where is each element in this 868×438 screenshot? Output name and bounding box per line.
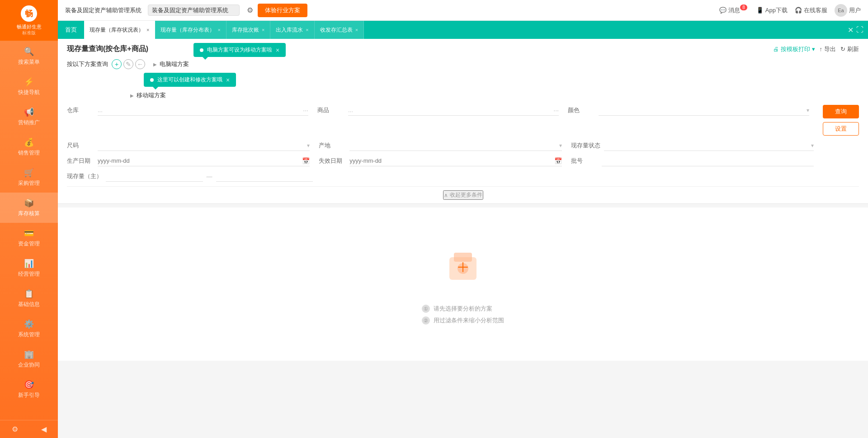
tab-inventory-status-close[interactable]: × [146, 27, 149, 33]
stock-main-to-input[interactable] [216, 171, 313, 181]
warehouse-input[interactable] [98, 105, 308, 115]
system-selector[interactable]: 装备及固定资产辅助管理系统 [148, 5, 240, 16]
goods-input-wrap: ··· [348, 105, 559, 116]
tooltip1-close-btn[interactable]: × [276, 47, 279, 54]
back-scheme-btn[interactable]: ← [135, 59, 145, 69]
message-icon: 💬 [719, 7, 726, 14]
sidebar-item-search-menu[interactable]: 🔍 搜索菜单 [0, 41, 58, 71]
settings-gear-icon[interactable]: ⚙ [247, 6, 253, 14]
scheme-item-mobile[interactable]: ▶ 移动端方案 [130, 90, 859, 100]
sidebar-item-label: 采购管理 [18, 179, 40, 187]
color-select[interactable] [599, 105, 809, 115]
stock-main-from-input[interactable] [106, 171, 203, 181]
refresh-btn[interactable]: ↻ 刷新 [840, 45, 859, 53]
expire-date-calendar-icon[interactable]: 📅 [554, 157, 562, 165]
sidebar-item-sales[interactable]: 💰 销售管理 [0, 132, 58, 162]
online-service-btn[interactable]: 🎧 在线客服 [795, 6, 827, 14]
tab-fullscreen-btn[interactable]: ⛶ [856, 26, 863, 34]
tab-batch-account[interactable]: 库存批次账 × [226, 21, 270, 39]
tooltip2-close-btn[interactable]: × [226, 76, 230, 84]
collapse-btn[interactable]: ◀ [41, 425, 47, 433]
tab-inventory-dist-close[interactable]: × [217, 27, 220, 33]
tab-inventory-status[interactable]: 现存量（库存状况表） × [84, 21, 155, 39]
sidebar-item-quick-nav[interactable]: ⚡ 快捷导航 [0, 71, 58, 102]
sidebar-item-finance[interactable]: 💳 资金管理 [0, 223, 58, 253]
color-label: 颜色 [568, 106, 595, 114]
stock-status-select-wrap: ▾ [604, 140, 814, 151]
reset-btn[interactable]: 设置 [823, 122, 859, 136]
logo-badge: 标准版 [22, 30, 36, 36]
system-icon: ⚙️ [24, 319, 34, 329]
edit-scheme-btn[interactable]: ✎ [123, 59, 133, 69]
expire-date-input[interactable] [349, 155, 561, 166]
tooltip1-text: 电脑方案可设为移动方案啦 [207, 46, 272, 54]
filter-stock-status: 现存量状态 ▾ [571, 140, 814, 151]
sidebar-item-marketing[interactable]: 📢 营销推广 [0, 102, 58, 132]
tab-receive-send[interactable]: 收发存汇总表 × [315, 21, 364, 39]
goods-input[interactable] [348, 105, 559, 115]
enterprise-icon: 🏢 [24, 349, 34, 359]
settings-btn[interactable]: ⚙ [12, 425, 18, 433]
sidebar-item-enterprise[interactable]: 🏢 企业协同 [0, 344, 58, 374]
goods-more-icon[interactable]: ··· [553, 107, 559, 114]
topbar: 装备及固定资产辅助管理系统 装备及固定资产辅助管理系统 ⚙ 体验行业方案 💬 消… [58, 0, 868, 21]
prod-date-input[interactable] [98, 155, 310, 166]
tab-inout-flow-close[interactable]: × [306, 27, 308, 33]
sidebar-item-purchase[interactable]: 🛒 采购管理 [0, 162, 58, 193]
prod-date-calendar-icon[interactable]: 📅 [302, 157, 310, 165]
expire-date-label: 失效日期 [319, 157, 346, 165]
search-menu-icon: 🔍 [24, 47, 34, 57]
tab-inout-flow[interactable]: 出入库流水 × [270, 21, 314, 39]
export-label: 导出 [824, 45, 836, 53]
collapse-filter-btn[interactable]: ∧ 收起更多条件 [443, 190, 483, 200]
add-scheme-btn[interactable]: + [112, 59, 122, 69]
tab-receive-send-close[interactable]: × [355, 27, 358, 33]
topbar-right: 💬 消息 8 📱 App下载 🎧 在线客服 Ea 用户 [719, 4, 861, 17]
industry-solution-btn[interactable]: 体验行业方案 [258, 4, 307, 17]
chevron-up-icon: ∧ [444, 192, 448, 198]
stock-main-label: 现存量（主） [67, 172, 102, 180]
origin-select[interactable] [349, 140, 561, 151]
svg-rect-1 [454, 253, 472, 262]
app-download-label: App下载 [765, 6, 788, 14]
warehouse-more-icon[interactable]: ··· [303, 107, 308, 114]
template-print-btn[interactable]: 🖨 按模板打印 ▾ [773, 45, 815, 53]
empty-tip-1: ① 请先选择要分析的方案 [422, 305, 504, 313]
sidebar-item-label: 销售管理 [18, 149, 40, 157]
user-btn[interactable]: Ea 用户 [835, 4, 861, 17]
sidebar-item-guide[interactable]: 🎯 新手引导 [0, 374, 58, 405]
tab-receive-send-label: 收发存汇总表 [320, 26, 353, 34]
template-print-label: 按模板打印 [781, 45, 810, 53]
refresh-label: 刷新 [847, 45, 859, 53]
export-btn[interactable]: ↑ 导出 [820, 45, 836, 53]
sidebar-item-label: 经营管理 [18, 270, 40, 278]
print-icon: 🖨 [773, 46, 779, 52]
scheme-item-desktop[interactable]: ▶ 电脑端方案 [153, 59, 189, 69]
warehouse-input-wrap: ··· [98, 105, 308, 116]
system-title: 装备及固定资产辅助管理系统 [65, 6, 142, 14]
online-service-label: 在线客服 [804, 6, 827, 14]
page-title-row: 现存量查询(按仓库+商品) 🖨 按模板打印 ▾ ↑ 导出 ↻ 刷新 [67, 44, 859, 54]
filter-stock-main: 现存量（主） — [67, 171, 313, 182]
sidebar-item-inventory[interactable]: 📦 库存核算 [0, 193, 58, 223]
sidebar-item-operations[interactable]: 📊 经营管理 [0, 253, 58, 283]
batch-no-input[interactable] [602, 155, 814, 166]
search-btn[interactable]: 查询 [823, 105, 859, 118]
purchase-icon: 🛒 [24, 168, 34, 178]
finance-icon: 💳 [24, 228, 34, 238]
headset-icon: 🎧 [795, 7, 802, 14]
app-download-btn[interactable]: 📱 App下载 [756, 6, 788, 14]
sidebar-item-basic-info[interactable]: 📋 基础信息 [0, 283, 58, 314]
tab-close-all-btn[interactable]: ✕ [848, 26, 854, 34]
tab-home[interactable]: 首页 [58, 21, 84, 39]
message-btn[interactable]: 💬 消息 8 [719, 6, 749, 14]
tab-inventory-dist[interactable]: 现存量（库存分布表） × [155, 21, 226, 39]
filter-prod-date: 生产日期 📅 [67, 155, 310, 166]
empty-illustration [440, 244, 486, 297]
tab-batch-account-close[interactable]: × [262, 27, 264, 33]
stock-status-select[interactable] [604, 140, 814, 151]
sidebar-item-system[interactable]: ⚙️ 系统管理 [0, 314, 58, 344]
size-select[interactable] [98, 140, 310, 151]
basic-info-icon: 📋 [24, 289, 34, 299]
filter-warehouse: 仓库 ··· [67, 105, 308, 116]
